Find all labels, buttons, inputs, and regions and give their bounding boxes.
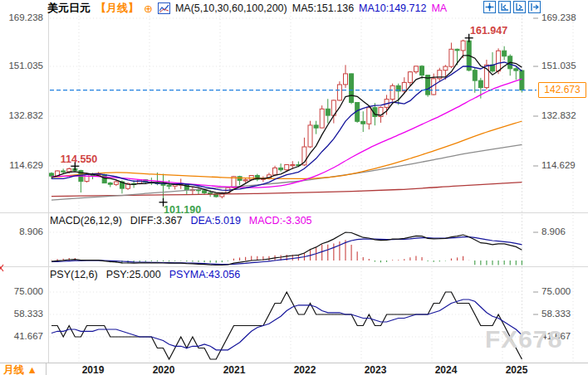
line-chart-icon[interactable] (158, 2, 170, 14)
period-selector-label: 月线 (3, 364, 24, 375)
symbol-name[interactable]: 美元日元 (47, 1, 91, 16)
annotation-high-2024: 161.947 (470, 25, 507, 37)
ma-settings-label: MA(5,10,30,60,100,200) (175, 2, 287, 14)
chart-header: 美元日元 【月线】 ⊕ MA(5,10,30,60,100,200) MA5:1… (47, 1, 447, 16)
ma-more-value: MA (431, 2, 447, 14)
psy-header: PSY(12,6) PSY:25.000 PSYMA:43.056 (50, 269, 240, 280)
psy-title: PSY(12,6) (50, 269, 98, 280)
psy-scale-right-1: 58.333 (541, 309, 571, 319)
macd-title: MACD(26,12,9) (50, 215, 122, 226)
chart-toolbar (483, 1, 541, 13)
macd-diff-value: DIFF:3.367 (130, 215, 183, 226)
ma10-value: MA10:149.712 (359, 2, 426, 14)
zoom-out-icon (500, 2, 509, 12)
macd-scale-left: 8.906 (2, 226, 43, 236)
x-label-2024: 2024 (426, 364, 466, 375)
psy-scale-left-1: 58.333 (2, 309, 43, 319)
pan-right-button[interactable] (528, 1, 541, 13)
pan-right-icon (530, 2, 539, 12)
psy-scale-left-2: 41.667 (2, 331, 43, 341)
macd-dea-value: DEA:5.019 (190, 215, 240, 226)
x-label-2019: 2019 (73, 364, 113, 375)
y-label-right-2: 132.832 (541, 110, 576, 120)
y-label-left-3: 114.629 (2, 160, 43, 170)
x-label-2023: 2023 (355, 364, 395, 375)
crosshair-button[interactable] (483, 1, 496, 13)
expand-icon[interactable]: ⊕ (144, 2, 153, 15)
current-price-badge: 142.673 (538, 82, 586, 98)
chart-canvas[interactable] (0, 0, 588, 375)
psy-scale-left-0: 75.000 (2, 286, 43, 296)
fx678-watermark: FX678 (485, 325, 562, 353)
y-label-right-0: 169.238 (541, 12, 576, 22)
annotation-low-2020: 101.190 (164, 204, 201, 216)
macd-hist-value: MACD:-3.305 (249, 215, 312, 226)
crosshair-icon (485, 2, 494, 12)
psy-scale-right-0: 75.000 (541, 286, 571, 296)
y-label-right-1: 151.035 (541, 61, 576, 71)
zoom-in-icon (515, 2, 524, 12)
y-label-left-1: 151.035 (2, 61, 43, 71)
triangle-up-icon: ▲ (27, 364, 37, 375)
x-label-2021: 2021 (214, 364, 254, 375)
zoom-in-button[interactable] (513, 1, 526, 13)
y-label-left-2: 132.832 (2, 110, 43, 120)
psy-value: PSY:25.000 (106, 269, 161, 280)
x-label-2025: 2025 (497, 364, 537, 375)
zoom-out-button[interactable] (498, 1, 511, 13)
x-label-2022: 2022 (285, 364, 325, 375)
y-label-right-3: 114.629 (541, 160, 576, 170)
y-label-left-0: 169.238 (2, 12, 43, 22)
annotation-high-2018: 114.550 (53, 153, 105, 165)
chart-app: 美元日元 【月线】 ⊕ MA(5,10,30,60,100,200) MA5:1… (0, 0, 588, 375)
period-tag[interactable]: 【月线】 (96, 1, 139, 16)
macd-scale-right: 8.906 (541, 226, 566, 236)
period-selector[interactable]: 月线 ▲ (3, 363, 37, 375)
macd-header: MACD(26,12,9) DIFF:3.367 DEA:5.019 MACD:… (50, 215, 312, 226)
psyma-value: PSYMA:43.056 (169, 269, 240, 280)
ma5-value: MA5:151.136 (292, 2, 354, 14)
x-label-2020: 2020 (144, 364, 184, 375)
